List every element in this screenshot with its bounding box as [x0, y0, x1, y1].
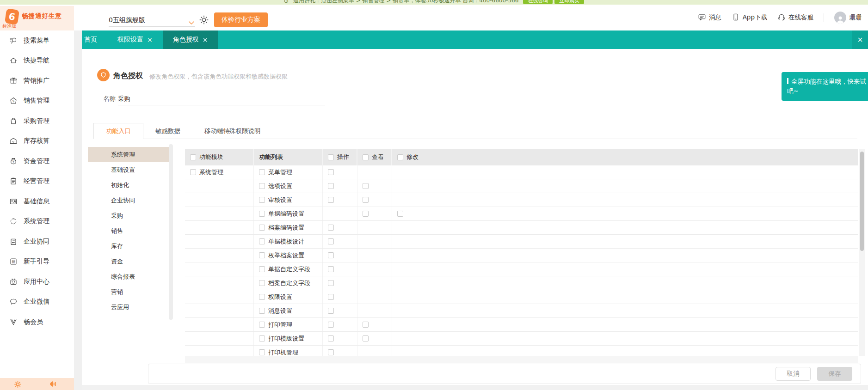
category-scrollbar[interactable]: [169, 144, 173, 320]
promo-text: 适用好礼：点击左侧菜单 > 销售管理 > 销货单，体验30秒极速开单 咨询：40…: [293, 0, 518, 5]
tab-功能入口[interactable]: 功能入口: [93, 123, 143, 139]
operate-checkbox[interactable]: [328, 294, 334, 300]
brand-block: 6 畅捷通好生意 标准版: [0, 6, 74, 30]
feature-checkbox[interactable]: [259, 308, 265, 314]
category-采购[interactable]: 采购: [88, 208, 169, 223]
category-初始化[interactable]: 初始化: [88, 177, 169, 193]
sidebar-item-基础信息[interactable]: 基础信息: [0, 191, 74, 212]
close-icon[interactable]: ×: [203, 36, 208, 43]
select-all-view-checkbox[interactable]: [363, 154, 369, 160]
modify-checkbox[interactable]: [397, 211, 403, 217]
horizontal-scrollbar[interactable]: [185, 356, 858, 363]
category-云应用[interactable]: 云应用: [88, 299, 169, 315]
category-系统管理[interactable]: 系统管理: [88, 147, 169, 162]
open-tab-角色授权[interactable]: 角色授权 ×: [163, 30, 218, 49]
feature-checkbox[interactable]: [259, 211, 265, 217]
operate-checkbox[interactable]: [328, 335, 334, 341]
feature-checkbox[interactable]: [259, 197, 265, 203]
sidebar-item-系统管理[interactable]: 系统管理: [0, 212, 74, 232]
view-checkbox[interactable]: [363, 183, 369, 189]
feature-checkbox[interactable]: [259, 225, 265, 231]
sidebar-item-库存核算[interactable]: 库存核算: [0, 131, 74, 152]
headset-icon: [777, 13, 786, 23]
phone-icon: [732, 13, 740, 23]
messages-button[interactable]: 消息: [698, 13, 721, 23]
feature-checkbox[interactable]: [259, 349, 265, 355]
sidebar-item-搜索菜单[interactable]: 搜索菜单: [0, 30, 74, 51]
category-资金[interactable]: 资金: [88, 254, 169, 269]
feature-checkbox[interactable]: [259, 252, 265, 258]
tab-scroll-button[interactable]: ×: [852, 30, 868, 49]
tab-敏感数据[interactable]: 敏感数据: [143, 123, 192, 139]
sidebar-item-应用中心[interactable]: 应用中心: [0, 272, 74, 292]
operate-checkbox[interactable]: [328, 322, 334, 328]
sidebar-item-快捷导航[interactable]: 快捷导航: [0, 51, 74, 71]
sidebar-item-新手引导[interactable]: 新 新手引导: [0, 252, 74, 272]
sidebar-item-资金管理[interactable]: ¥ 资金管理: [0, 151, 74, 171]
operate-checkbox[interactable]: [328, 308, 334, 314]
module-checkbox[interactable]: [190, 169, 196, 175]
col-header-modify: 修改: [406, 153, 419, 161]
operate-checkbox[interactable]: [328, 280, 334, 286]
view-checkbox[interactable]: [363, 197, 369, 203]
feature-checkbox[interactable]: [259, 183, 265, 189]
sidebar-item-采购管理[interactable]: 采购管理: [0, 111, 74, 131]
category-基础设置[interactable]: 基础设置: [88, 162, 169, 177]
category-营销[interactable]: 营销: [88, 284, 169, 299]
feature-checkbox[interactable]: [259, 294, 265, 300]
tab-移动端特殊权限说明[interactable]: 移动端特殊权限说明: [192, 123, 273, 139]
view-checkbox[interactable]: [363, 211, 369, 217]
feature-checkbox[interactable]: [259, 266, 265, 272]
sidebar-item-畅会员[interactable]: 畅会员: [0, 312, 74, 332]
operate-checkbox[interactable]: [328, 349, 334, 355]
select-all-modules-checkbox[interactable]: [190, 154, 196, 160]
table-row: 单据模板设计: [185, 235, 858, 249]
save-button[interactable]: 保存: [817, 367, 852, 381]
name-input[interactable]: 采购: [118, 93, 325, 105]
category-企业协同[interactable]: 企业协同: [88, 193, 169, 208]
close-icon[interactable]: ×: [147, 36, 153, 43]
category-销售[interactable]: 销售: [88, 223, 169, 238]
feature-checkbox[interactable]: [259, 322, 265, 328]
sidebar-item-企业微信[interactable]: 企业微信: [0, 292, 74, 312]
settings-gear-icon[interactable]: [14, 380, 22, 388]
operate-checkbox[interactable]: [328, 266, 334, 272]
operate-checkbox[interactable]: [328, 238, 334, 244]
view-checkbox[interactable]: [363, 322, 369, 328]
operate-checkbox[interactable]: [328, 225, 334, 231]
promo-button[interactable]: 立即购买: [554, 0, 584, 4]
fullscreen-tip-toast: 全屏功能在这里哦，快来试吧~: [782, 72, 868, 101]
gear-icon[interactable]: [199, 15, 209, 25]
workspace-select[interactable]: 0五组旗舰版: [109, 14, 195, 27]
try-industry-button[interactable]: 体验行业方案: [214, 12, 268, 27]
select-all-operate-checkbox[interactable]: [328, 154, 334, 160]
operate-checkbox[interactable]: [328, 169, 334, 175]
speaker-icon[interactable]: [49, 380, 57, 388]
open-tab-权限设置[interactable]: 权限设置 ×: [107, 30, 163, 49]
vertical-scrollbar[interactable]: [859, 149, 865, 356]
sidebar-item-营销推广[interactable]: 营销推广: [0, 71, 74, 91]
select-all-modify-checkbox[interactable]: [397, 154, 403, 160]
feature-checkbox[interactable]: [259, 280, 265, 286]
operate-checkbox[interactable]: [328, 197, 334, 203]
promo-button[interactable]: 在线咨询: [523, 0, 553, 4]
operate-checkbox[interactable]: [328, 183, 334, 189]
app-download-button[interactable]: App下载: [732, 13, 767, 23]
sidebar-item-经营管理[interactable]: 经营管理: [0, 171, 74, 192]
col-header-operate: 操作: [337, 153, 349, 161]
feature-checkbox[interactable]: [259, 169, 265, 175]
feature-checkbox[interactable]: [259, 238, 265, 244]
sidebar-item-企业协同[interactable]: 企业协同: [0, 232, 74, 252]
online-support-button[interactable]: 在线客服: [777, 13, 813, 23]
cancel-button[interactable]: 取消: [776, 367, 811, 381]
table-row: 权限设置: [185, 290, 858, 304]
user-menu[interactable]: 珊珊: [834, 12, 862, 24]
category-库存[interactable]: 库存: [88, 238, 169, 254]
view-checkbox[interactable]: [363, 335, 369, 341]
scrollbar-thumb[interactable]: [860, 152, 864, 251]
sidebar-item-销售管理[interactable]: $ 销售管理: [0, 91, 74, 111]
shield-icon: [97, 69, 110, 81]
feature-checkbox[interactable]: [259, 335, 265, 341]
operate-checkbox[interactable]: [328, 252, 334, 258]
category-综合报表[interactable]: 综合报表: [88, 269, 169, 284]
